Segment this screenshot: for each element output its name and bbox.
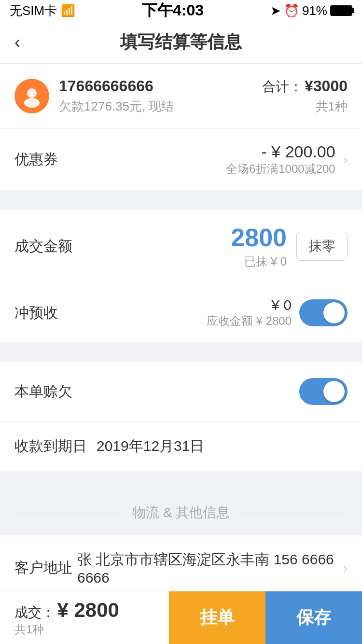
address-label: 客户地址 — [14, 558, 72, 578]
status-bar: 无SIM卡 📶 下午4:03 ➤ ⏰ 91% — [0, 0, 362, 21]
address-value: 张 北京市市辖区海淀区永丰南 156 6666 6666 — [77, 550, 340, 586]
total-label: 合计： — [262, 79, 303, 94]
customer-info: 17666666666 欠款1276.35元, 现结 — [59, 77, 174, 115]
avatar — [14, 79, 49, 113]
divider-line-right — [239, 513, 348, 513]
chong-toggle[interactable] — [299, 299, 348, 326]
back-button[interactable]: ‹ — [14, 32, 20, 53]
total-count: 共1种 — [262, 98, 348, 115]
round-button[interactable]: 抹零 — [296, 232, 348, 261]
she-card: 本单赊欠 收款到期日 2019年12月31日 — [0, 362, 362, 471]
coupon-label: 优惠券 — [14, 150, 58, 169]
chong-row: 冲预收 ¥ 0 应收金额 ¥ 2800 — [0, 283, 362, 342]
battery-icon — [330, 5, 352, 16]
bottom-deal-label: 成交： — [14, 605, 55, 620]
total-value: ¥3000 — [305, 77, 348, 95]
alarm-icon: ⏰ — [284, 3, 299, 18]
customer-total: 合计： ¥3000 共1种 — [262, 77, 348, 115]
she-row: 本单赊欠 — [0, 362, 362, 421]
coupon-amount: - ¥ 200.00 — [226, 142, 335, 161]
svg-point-1 — [24, 98, 40, 108]
due-row: 收款到期日 2019年12月31日 — [0, 421, 362, 471]
svg-point-0 — [27, 88, 37, 98]
chong-amounts: ¥ 0 应收金额 ¥ 2800 — [207, 297, 292, 329]
deal-amount-block: 2800 已抹 ¥ 0 — [231, 223, 287, 269]
customer-row: 17666666666 欠款1276.35元, 现结 合计： ¥3000 共1种 — [0, 64, 362, 128]
bottom-count: 共1种 — [14, 622, 154, 637]
battery-text: 91% — [302, 3, 327, 18]
customer-debt: 欠款1276.35元, 现结 — [59, 98, 174, 115]
customer-card: 17666666666 欠款1276.35元, 现结 合计： ¥3000 共1种… — [0, 64, 362, 190]
coupon-row[interactable]: 优惠券 - ¥ 200.00 全场6折满1000减200 › — [0, 128, 362, 190]
deal-row: 成交金额 2800 已抹 ¥ 0 抹零 — [0, 210, 362, 283]
customer-phone: 17666666666 — [59, 77, 174, 95]
separator-3 — [0, 480, 362, 490]
divider-line-left — [14, 513, 123, 513]
avatar-icon — [20, 84, 43, 108]
chong-label: 冲预收 — [14, 303, 58, 323]
deal-card: 成交金额 2800 已抹 ¥ 0 抹零 冲预收 ¥ 0 应收金额 ¥ 2800 — [0, 210, 362, 342]
chong-value: ¥ 0 — [207, 297, 292, 313]
chong-sub: 应收金额 ¥ 2800 — [207, 313, 292, 329]
coupon-right: - ¥ 200.00 全场6折满1000减200 › — [226, 142, 348, 177]
deal-label: 成交金额 — [14, 237, 72, 256]
bottom-bar: 成交： ¥ 2800 共1种 挂单 保存 — [0, 591, 362, 644]
chevron-right-icon: › — [343, 152, 348, 168]
status-time: 下午4:03 — [142, 0, 204, 21]
deal-sub: 已抹 ¥ 0 — [244, 254, 287, 269]
page-title: 填写结算等信息 — [120, 30, 242, 54]
hang-button[interactable]: 挂单 — [169, 591, 265, 644]
content-area: 17666666666 欠款1276.35元, 现结 合计： ¥3000 共1种… — [0, 64, 362, 644]
coupon-desc: 全场6折满1000减200 — [226, 161, 335, 177]
save-button[interactable]: 保存 — [265, 591, 362, 644]
due-label: 收款到期日 — [14, 436, 87, 456]
total-line: 合计： ¥3000 — [262, 77, 348, 96]
carrier-text: 无SIM卡 — [10, 2, 57, 19]
divider-text: 物流 & 其他信息 — [132, 504, 230, 522]
section-divider: 物流 & 其他信息 — [0, 490, 362, 535]
separator-1 — [0, 200, 362, 210]
due-value: 2019年12月31日 — [97, 436, 204, 456]
she-toggle[interactable] — [299, 378, 348, 405]
nav-bar: ‹ 填写结算等信息 — [0, 21, 362, 64]
status-left: 无SIM卡 📶 — [10, 2, 75, 19]
address-chevron-icon: › — [343, 560, 348, 576]
customer-left: 17666666666 欠款1276.35元, 现结 — [14, 77, 174, 115]
she-label: 本单赊欠 — [14, 382, 72, 402]
separator-2 — [0, 352, 362, 362]
bottom-info: 成交： ¥ 2800 共1种 — [0, 599, 169, 637]
wifi-icon: 📶 — [61, 4, 75, 17]
location-icon: ➤ — [270, 3, 281, 18]
bottom-amount: ¥ 2800 — [57, 599, 119, 621]
status-right: ➤ ⏰ 91% — [270, 3, 352, 18]
chong-right: ¥ 0 应收金额 ¥ 2800 — [207, 297, 348, 329]
deal-value-area: 2800 已抹 ¥ 0 抹零 — [231, 223, 348, 269]
coupon-right-col: - ¥ 200.00 全场6折满1000减200 — [226, 142, 335, 177]
bottom-deal-line: 成交： ¥ 2800 — [14, 599, 154, 622]
deal-amount: 2800 — [231, 223, 287, 252]
